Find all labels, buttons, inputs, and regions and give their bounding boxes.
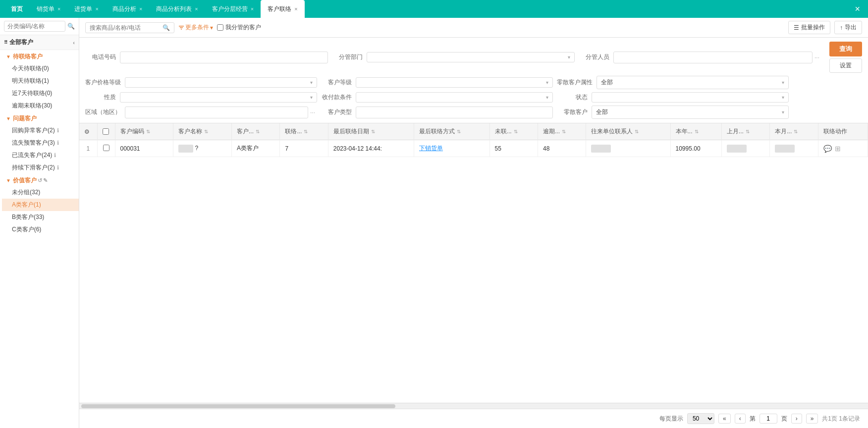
search-input[interactable]	[90, 24, 161, 31]
sidebar-item-c-class[interactable]: C类客户(6)	[2, 223, 79, 236]
sidebar-search-input[interactable]	[4, 21, 65, 32]
payment-select[interactable]: ▾	[356, 92, 553, 103]
col-check	[97, 123, 115, 140]
sidebar-group-value[interactable]: ▼ 价值客户 ↺ ✎	[0, 174, 79, 186]
filter-status: 状态 ▾	[557, 92, 789, 103]
info-icon-1[interactable]: ℹ	[57, 127, 59, 134]
sort-icon: ⇅	[562, 129, 566, 134]
sidebar-item-tomorrow[interactable]: 明天待联络(1)	[2, 75, 79, 87]
col-name[interactable]: 客户名称 ⇅	[173, 123, 232, 140]
retail-attr-select[interactable]: 全部 ▾	[597, 76, 789, 89]
person-more-icon[interactable]: ···	[813, 54, 821, 61]
sidebar-item-churn-warning[interactable]: 流失预警客户(3) ℹ	[2, 137, 79, 149]
sort-icon: ⇅	[746, 129, 750, 134]
region-input[interactable]	[125, 107, 308, 118]
last-page-button[interactable]: »	[806, 414, 818, 424]
nav-analysis[interactable]: 商品分析 ×	[106, 0, 149, 18]
col-settings[interactable]: ⚙	[79, 123, 97, 140]
nav-analysis-list[interactable]: 商品分析列表 ×	[149, 0, 205, 18]
prev-page-button[interactable]: ‹	[735, 414, 746, 424]
nav-analysis-close[interactable]: ×	[139, 6, 142, 12]
refresh-icon[interactable]: ↺	[38, 177, 42, 184]
nature-select[interactable]: ▾	[120, 92, 317, 103]
chevron-down-icon: ▾	[782, 80, 784, 85]
last-method-link[interactable]: 下销货单	[419, 145, 443, 152]
nav-close-all[interactable]: ×	[851, 4, 864, 14]
nav-purchase-close[interactable]: ×	[95, 6, 98, 12]
export-icon: ↑	[840, 24, 843, 31]
filter-retail-customer: 零散客户 全部 ▾	[557, 106, 789, 119]
export-button[interactable]: ↑ 导出	[834, 21, 862, 34]
select-all-checkbox[interactable]	[103, 128, 109, 135]
edit-icon[interactable]: ✎	[43, 177, 48, 184]
sort-icon: ⇅	[256, 129, 260, 134]
sidebar-search-icon[interactable]: 🔍	[67, 23, 75, 30]
col-last-method[interactable]: 最后联络方式 ⇅	[414, 123, 489, 140]
col-code[interactable]: 客户编码 ⇅	[115, 123, 173, 140]
nav-customer-contact[interactable]: 客户联络 ×	[261, 0, 304, 18]
info-icon-2[interactable]: ℹ	[57, 140, 59, 146]
page-number-input[interactable]	[760, 414, 777, 424]
col-overdue[interactable]: 逾期... ⇅	[538, 123, 586, 140]
col-last-date[interactable]: 最后联络日期 ⇅	[328, 123, 414, 140]
info-icon-3[interactable]: ℹ	[54, 152, 56, 159]
sidebar-item-overdue[interactable]: 逾期未联络(30)	[2, 100, 79, 112]
sidebar-item-declining[interactable]: 持续下滑客户(2) ℹ	[2, 161, 79, 174]
sidebar-group-problem[interactable]: ▼ 问题客户	[0, 112, 79, 124]
customer-code-cell: 000031	[115, 140, 173, 157]
retail-customer-select[interactable]: 全部 ▾	[592, 106, 789, 119]
first-page-button[interactable]: «	[718, 414, 731, 424]
col-contact-person[interactable]: 往来单位联系人 ⇅	[586, 123, 670, 140]
chat-action-icon[interactable]: 💬	[823, 145, 832, 153]
my-customers-checkbox[interactable]	[217, 24, 223, 31]
sidebar-item-b-class[interactable]: B类客户(33)	[2, 211, 79, 223]
col-type[interactable]: 客户... ⇅	[232, 123, 280, 140]
grid-action-icon[interactable]: ⊞	[835, 145, 841, 153]
dept-select[interactable]: ▾	[367, 52, 575, 62]
status-select[interactable]: ▾	[592, 92, 789, 103]
nav-customer-contact-close[interactable]: ×	[294, 6, 297, 12]
more-filters-btn[interactable]: 更多条件 ▾	[178, 23, 213, 32]
filter-region: 区域（地区） ···	[85, 107, 317, 118]
content-area: 🔍 更多条件 ▾ 我分管的客户 ☰ 批量操作 ↑	[79, 18, 868, 428]
region-more-icon[interactable]: ···	[308, 109, 317, 116]
col-this-year[interactable]: 本年... ⇅	[670, 123, 721, 140]
sidebar-item-ungrouped[interactable]: 未分组(32)	[2, 186, 79, 199]
phone-input[interactable]	[120, 52, 328, 63]
svg-rect-2	[181, 29, 182, 30]
sidebar-item-today[interactable]: 今天待联络(0)	[2, 62, 79, 75]
info-icon-4[interactable]: ℹ	[57, 164, 59, 171]
sidebar-collapse-icon[interactable]: ‹	[73, 40, 75, 46]
query-button[interactable]: 查询	[829, 42, 862, 56]
horizontal-scrollbar[interactable]	[79, 403, 868, 409]
sidebar-item-rebuy-abnormal[interactable]: 回购异常客户(2) ℹ	[2, 124, 79, 137]
nav-customer-tier[interactable]: 客户分层经营 ×	[205, 0, 261, 18]
nav-analysis-list-close[interactable]: ×	[195, 6, 198, 12]
col-this-month[interactable]: 本月... ⇅	[770, 123, 818, 140]
person-input[interactable]	[613, 52, 813, 63]
sidebar-all-customers[interactable]: ⠿ 全部客户 ‹	[0, 35, 79, 50]
nav-purchase[interactable]: 进货单 ×	[67, 0, 105, 18]
next-page-button[interactable]: ›	[791, 414, 802, 424]
nav-sales[interactable]: 销货单 ×	[30, 0, 67, 18]
row-checkbox[interactable]	[103, 145, 109, 151]
col-uncontacted[interactable]: 未联... ⇅	[489, 123, 538, 140]
scroll-thumb[interactable]	[81, 404, 395, 408]
sidebar-item-7days[interactable]: 近7天待联络(0)	[2, 87, 79, 100]
nav-sales-close[interactable]: ×	[57, 6, 60, 12]
sidebar-group-pending[interactable]: ▼ 待联络客户	[0, 50, 79, 62]
price-level-select[interactable]: ▾	[125, 77, 317, 88]
customer-type-input[interactable]	[356, 107, 553, 118]
sidebar-item-churned[interactable]: 已流失客户(24) ℹ	[2, 149, 79, 161]
batch-op-button[interactable]: ☰ 批量操作	[788, 21, 830, 34]
page-size-select[interactable]: 50 100 200	[687, 413, 714, 424]
settings-button[interactable]: 设置	[829, 58, 862, 73]
customer-level-select[interactable]: ▾	[356, 77, 553, 88]
sidebar-item-a-class[interactable]: A类客户(1)	[2, 199, 79, 211]
col-contact-num[interactable]: 联络... ⇅	[280, 123, 328, 140]
nav-home[interactable]: 首页	[4, 0, 30, 18]
col-last-month[interactable]: 上月... ⇅	[721, 123, 769, 140]
nav-customer-tier-close[interactable]: ×	[251, 6, 254, 12]
search-icon[interactable]: 🔍	[163, 24, 170, 31]
filter-dept: 分管部门 ▾	[332, 52, 575, 62]
